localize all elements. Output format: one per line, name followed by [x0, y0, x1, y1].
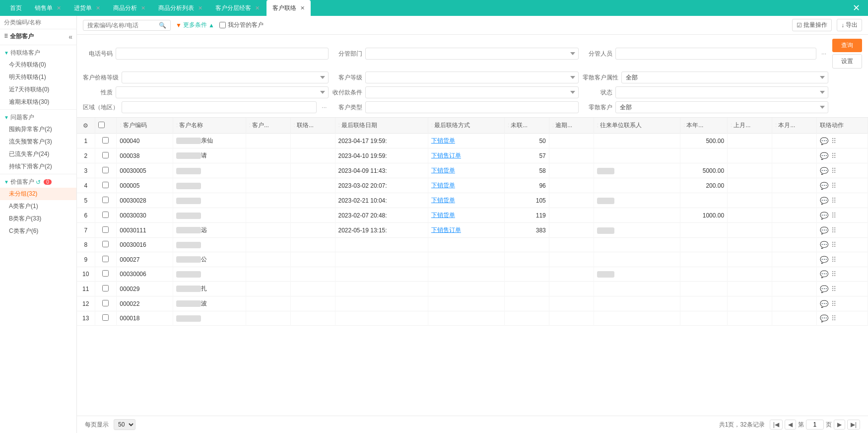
sidebar-item-ungrouped[interactable]: 未分组(32) — [0, 188, 76, 200]
col-no-contact[interactable]: :未联... — [504, 118, 549, 134]
my-customers-checkbox-label[interactable]: 我分管的客户 — [219, 21, 264, 29]
row-checkbox[interactable] — [102, 137, 109, 144]
pay-select[interactable] — [365, 86, 578, 98]
col-code[interactable]: :客户编码 — [117, 118, 173, 134]
row-last-method[interactable] — [428, 296, 504, 311]
sidebar-group-pending[interactable]: ▼ 待联络客户 — [0, 46, 76, 59]
row-checkbox[interactable] — [102, 241, 109, 247]
more-icon[interactable]: ⠿ — [831, 300, 836, 308]
chat-icon[interactable]: 💬 — [820, 270, 828, 278]
type-input[interactable] — [365, 101, 578, 113]
row-checkbox[interactable] — [102, 167, 109, 173]
row-last-method[interactable]: 下销售订单 — [428, 148, 504, 163]
nav-home[interactable]: 首页 — [4, 0, 28, 16]
chat-icon[interactable]: 💬 — [820, 137, 828, 145]
all-customers-header[interactable]: ⠿ 全部客户 « — [0, 29, 76, 44]
select-all-checkbox[interactable] — [98, 122, 105, 128]
row-last-method[interactable] — [428, 238, 504, 252]
more-icon[interactable]: ⠿ — [831, 314, 836, 322]
page-number-input[interactable] — [806, 420, 824, 430]
more-icon[interactable]: ⠿ — [831, 285, 836, 293]
col-this-month[interactable]: :本月... — [772, 118, 817, 134]
search-icon[interactable]: 🔍 — [159, 22, 166, 29]
row-last-method[interactable]: 下销货单 — [428, 208, 504, 223]
chat-icon[interactable]: 💬 — [820, 285, 828, 293]
sidebar-item-class-a[interactable]: A类客户(1) — [0, 200, 76, 213]
ellipsis-icon[interactable]: ··· — [320, 104, 329, 111]
retail-select[interactable]: 全部 — [615, 101, 828, 113]
row-checkbox[interactable] — [102, 256, 109, 262]
more-icon[interactable]: ⠿ — [831, 270, 836, 278]
more-icon[interactable]: ⠿ — [831, 152, 836, 160]
close-icon[interactable]: ✕ — [300, 5, 305, 11]
next-page-button[interactable]: ▶ — [834, 420, 845, 430]
sidebar-item-churned[interactable]: 已流失客户(24) — [0, 148, 76, 160]
row-checkbox[interactable] — [102, 226, 109, 233]
close-icon[interactable]: ✕ — [57, 5, 61, 11]
prev-page-button[interactable]: ◀ — [785, 420, 796, 430]
dept-select[interactable] — [365, 48, 578, 60]
sidebar-item-class-b[interactable]: B类客户(33) — [0, 213, 76, 225]
close-icon[interactable]: ✕ — [141, 5, 145, 11]
col-contact-person[interactable]: :往来单位联系人 — [594, 118, 680, 134]
row-last-method[interactable] — [428, 252, 504, 267]
more-icon[interactable]: ⠿ — [831, 256, 836, 264]
close-icon[interactable]: ✕ — [255, 5, 260, 11]
nav-tab-purchase[interactable]: 进货单 ✕ — [68, 0, 106, 16]
row-last-method[interactable]: 下销售订单 — [428, 223, 504, 238]
price-level-select[interactable] — [122, 72, 329, 83]
chat-icon[interactable]: 💬 — [820, 167, 828, 175]
person-input[interactable] — [615, 48, 816, 60]
chat-icon[interactable]: 💬 — [820, 314, 828, 322]
sidebar-item-overdue[interactable]: 逾期未联络(30) — [0, 96, 76, 108]
chat-icon[interactable]: 💬 — [820, 241, 828, 249]
row-last-method[interactable]: 下销货单 — [428, 163, 504, 178]
row-last-method[interactable] — [428, 282, 504, 296]
sidebar-item-abnormal[interactable]: 囤购异常客户(2) — [0, 123, 76, 136]
more-icon[interactable]: ⠿ — [831, 226, 836, 234]
col-last-date[interactable]: :最后联络日期 — [335, 118, 428, 134]
nav-tab-product-analysis[interactable]: 商品分析 ✕ — [107, 0, 151, 16]
more-icon[interactable]: ⠿ — [831, 241, 836, 249]
row-checkbox[interactable] — [102, 314, 109, 321]
col-overdue[interactable]: :逾期... — [549, 118, 594, 134]
sidebar-item-7days[interactable]: 近7天待联络(0) — [0, 83, 76, 96]
nav-tab-customer-contact[interactable]: 客户联络 ✕ — [267, 0, 311, 16]
nav-tab-product-list[interactable]: 商品分析列表 ✕ — [152, 0, 208, 16]
status-select[interactable] — [615, 86, 828, 98]
row-checkbox[interactable] — [102, 182, 109, 188]
window-close-button[interactable]: ✕ — [849, 2, 864, 13]
more-icon[interactable]: ⠿ — [831, 182, 836, 190]
customer-level-select[interactable] — [365, 72, 578, 83]
nav-tab-sales[interactable]: 销售单 ✕ — [29, 0, 67, 16]
row-checkbox[interactable] — [102, 270, 109, 277]
row-last-method[interactable]: 下销货单 — [428, 178, 504, 193]
col-name[interactable]: :客户名称 — [173, 118, 246, 134]
sidebar-item-declining[interactable]: 持续下滑客户(2) — [0, 160, 76, 173]
row-last-method[interactable] — [428, 311, 504, 326]
ellipsis-icon[interactable]: ··· — [819, 50, 828, 57]
more-conditions-button[interactable]: ▼ 更多条件 ▲ — [176, 21, 214, 29]
row-checkbox[interactable] — [102, 152, 109, 158]
reload-icon[interactable]: ↺ — [36, 179, 41, 186]
row-checkbox[interactable] — [102, 285, 109, 291]
batch-operation-button[interactable]: ☑ 批量操作 — [792, 19, 832, 31]
nav-tab-customer-segment[interactable]: 客户分层经客 ✕ — [209, 0, 266, 16]
chat-icon[interactable]: 💬 — [820, 197, 828, 205]
row-checkbox[interactable] — [102, 197, 109, 203]
first-page-button[interactable]: |◀ — [770, 420, 783, 430]
last-page-button[interactable]: ▶| — [847, 420, 860, 430]
export-button[interactable]: ↓ 导出 — [837, 19, 862, 31]
reset-button[interactable]: 设置 — [832, 54, 862, 69]
sidebar-item-churn-warning[interactable]: 流失预警客户(3) — [0, 136, 76, 148]
row-last-method[interactable]: 下销货单 — [428, 134, 504, 148]
row-checkbox[interactable] — [102, 212, 109, 218]
my-customers-checkbox[interactable] — [219, 22, 226, 28]
sex-select[interactable] — [116, 86, 329, 98]
chat-icon[interactable]: 💬 — [820, 182, 828, 190]
more-icon[interactable]: ⠿ — [831, 212, 836, 219]
more-icon[interactable]: ⠿ — [831, 137, 836, 145]
col-last-method[interactable]: :最后联络方式 — [428, 118, 504, 134]
col-last-month[interactable]: :上月... — [728, 118, 772, 134]
sidebar-search-input[interactable] — [4, 19, 77, 26]
